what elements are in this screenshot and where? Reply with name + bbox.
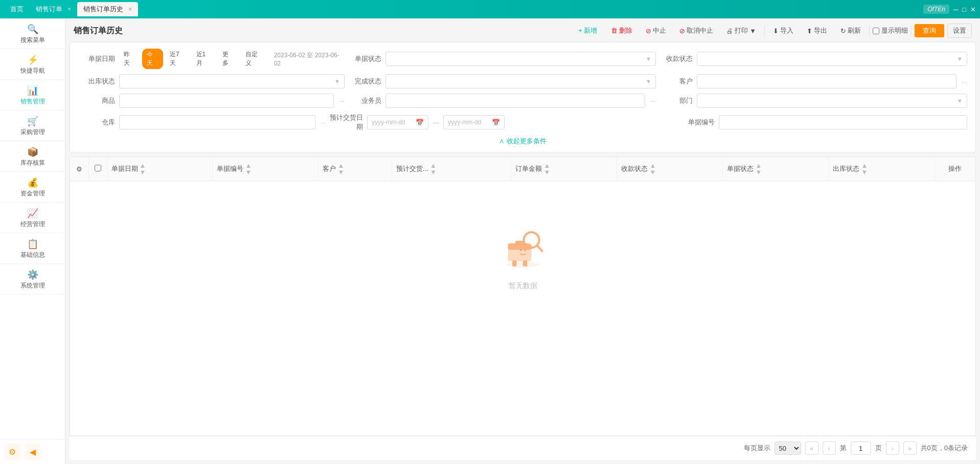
select-all-checkbox[interactable] bbox=[95, 165, 101, 171]
page-input[interactable] bbox=[851, 441, 871, 455]
product-label: 商品 bbox=[78, 96, 119, 105]
date-label: 单据日期 bbox=[78, 54, 119, 63]
purchase-mgmt-icon: 🛒 bbox=[27, 117, 38, 126]
shortcut-yesterday[interactable]: 昨天 bbox=[119, 49, 140, 69]
th-gear[interactable]: ⚙ bbox=[70, 157, 88, 181]
prev-page-btn[interactable]: ‹ bbox=[823, 441, 836, 455]
import-icon: ⬇ bbox=[773, 27, 779, 35]
sidebar-item-search-menu[interactable]: 🔍 搜索菜单 bbox=[0, 18, 65, 49]
collapse-row[interactable]: ∧ 收起更多条件 bbox=[78, 137, 967, 146]
refresh-button[interactable]: ↻ 刷新 bbox=[835, 24, 866, 37]
per-page-select[interactable]: 10 20 50 100 bbox=[774, 441, 801, 455]
often-badge: OfTEn bbox=[923, 5, 949, 14]
th-date[interactable]: 单据日期 ▲▼ bbox=[107, 157, 213, 181]
sidebar-item-purchase-mgmt[interactable]: 🛒 采购管理 bbox=[0, 111, 65, 141]
complete-status-select[interactable]: ▼ bbox=[385, 74, 656, 89]
export-button[interactable]: ⬆ 导出 bbox=[802, 24, 832, 37]
th-no[interactable]: 单据编号 ▲▼ bbox=[213, 157, 318, 181]
th-order-amount[interactable]: 订单金额 ▲▼ bbox=[511, 157, 617, 181]
shortcut-7days[interactable]: 近7天 bbox=[165, 49, 189, 69]
collection-status-control: ▼ bbox=[697, 52, 967, 66]
table-header-row: ⚙ 单据日期 ▲▼ 单据编号 bbox=[70, 157, 975, 181]
salesperson-input[interactable] bbox=[385, 94, 645, 108]
delivery-date-to[interactable]: yyyy-mm-dd 📅 bbox=[443, 115, 505, 129]
th-checkbox[interactable] bbox=[88, 157, 107, 181]
top-bar: 首页 销售订单 × 销售订单历史 × OfTEn ─ □ ✕ bbox=[0, 0, 980, 18]
sidebar-item-sales-mgmt[interactable]: 📊 销售管理 bbox=[0, 80, 65, 111]
tab-sales-order-close[interactable]: × bbox=[67, 6, 71, 13]
tab-sales-order[interactable]: 销售订单 × bbox=[30, 2, 77, 16]
toolbar: + 新增 🗑 删除 ⊘ 中止 ⊘ 取消中止 🖨 打印 ▼ bbox=[573, 24, 972, 38]
sidebar-label-basic-info: 基础信息 bbox=[20, 251, 45, 259]
product-dots[interactable]: ··· bbox=[339, 97, 345, 105]
delivery-status-label: 出库状态 bbox=[78, 77, 119, 86]
content-area: 销售订单历史 + 新增 🗑 删除 ⊘ 中止 ⊘ 取消中止 🖨 bbox=[65, 18, 980, 464]
order-no-input[interactable] bbox=[719, 115, 967, 129]
shortcut-more[interactable]: 更多 bbox=[218, 49, 239, 69]
stop-button[interactable]: ⊘ 中止 bbox=[641, 24, 671, 37]
sidebar-item-quick-nav[interactable]: ⚡ 快捷导航 bbox=[0, 49, 65, 80]
expected-delivery-control: yyyy-mm-dd 📅 — yyyy-mm-dd 📅 bbox=[367, 115, 678, 129]
window-close-btn[interactable]: ✕ bbox=[970, 6, 976, 13]
tab-home-label: 首页 bbox=[10, 5, 24, 14]
sidebar-settings-btn[interactable]: ⚙ bbox=[4, 444, 20, 460]
query-button[interactable]: 查询 bbox=[915, 24, 944, 37]
warehouse-label: 仓库 bbox=[78, 118, 119, 127]
th-order-status-sort: ▲▼ bbox=[755, 162, 762, 175]
shortcut-custom[interactable]: 自定义 bbox=[241, 49, 268, 69]
salesperson-control: ··· bbox=[385, 94, 656, 108]
next-page-btn[interactable]: › bbox=[886, 441, 899, 455]
new-button[interactable]: + 新增 bbox=[573, 24, 602, 37]
delete-button[interactable]: 🗑 删除 bbox=[606, 24, 638, 37]
first-page-btn[interactable]: « bbox=[805, 441, 818, 455]
sidebar-collapse-btn[interactable]: ◀ bbox=[25, 444, 41, 460]
department-select[interactable]: ▼ bbox=[697, 94, 967, 108]
delivery-date-from[interactable]: yyyy-mm-dd 📅 bbox=[367, 115, 428, 129]
tab-home[interactable]: 首页 bbox=[4, 2, 30, 16]
th-delivery-status-label: 出库状态 bbox=[833, 164, 859, 173]
product-input[interactable] bbox=[119, 94, 334, 108]
th-customer[interactable]: 客户 ▲▼ bbox=[318, 157, 392, 181]
cal-icon-to: 📅 bbox=[492, 119, 500, 126]
window-min-btn[interactable]: ─ bbox=[953, 6, 958, 13]
customer-input[interactable] bbox=[697, 74, 956, 89]
empty-text: 暂无数据 bbox=[509, 281, 537, 291]
order-status-select[interactable]: ▼ bbox=[385, 52, 656, 66]
th-order-status[interactable]: 单据状态 ▲▼ bbox=[723, 157, 829, 181]
print-button[interactable]: 🖨 打印 ▼ bbox=[721, 24, 761, 37]
sales-mgmt-icon: 📊 bbox=[27, 86, 38, 95]
last-page-btn[interactable]: » bbox=[903, 441, 917, 455]
sidebar-item-basic-info[interactable]: 📋 基础信息 bbox=[0, 233, 65, 264]
th-expected-delivery[interactable]: 预计交货... ▲▼ bbox=[392, 157, 511, 181]
sidebar-item-operations-mgmt[interactable]: 📈 经营管理 bbox=[0, 203, 65, 233]
shortcut-today[interactable]: 今天 bbox=[142, 49, 163, 69]
svg-rect-3 bbox=[515, 241, 525, 246]
salesperson-dots[interactable]: ··· bbox=[650, 97, 656, 105]
th-delivery-status[interactable]: 出库状态 ▲▼ bbox=[829, 157, 935, 181]
shortcut-1month[interactable]: 近1月 bbox=[192, 49, 216, 69]
settings-button[interactable]: 设置 bbox=[947, 24, 972, 38]
cancel-stop-button[interactable]: ⊘ 取消中止 bbox=[674, 24, 718, 37]
display-cols-checkbox[interactable] bbox=[873, 28, 879, 34]
tab-sales-order-label: 销售订单 bbox=[36, 5, 62, 14]
complete-status-control: ▼ bbox=[385, 74, 656, 89]
tab-sales-order-history[interactable]: 销售订单历史 × bbox=[77, 2, 138, 16]
th-customer-label: 客户 bbox=[323, 164, 336, 173]
collection-status-select[interactable]: ▼ bbox=[697, 52, 967, 66]
department-label: 部门 bbox=[656, 96, 697, 105]
th-order-status-label: 单据状态 bbox=[727, 164, 754, 173]
sidebar-item-system-mgmt[interactable]: ⚙️ 系统管理 bbox=[0, 264, 65, 295]
th-operations-label: 操作 bbox=[948, 165, 962, 172]
display-cols-toggle[interactable]: 显示明细 bbox=[873, 26, 908, 35]
delivery-status-select[interactable]: ▼ bbox=[119, 74, 345, 89]
import-button[interactable]: ⬇ 导入 bbox=[768, 24, 799, 37]
tab-sales-order-history-close[interactable]: × bbox=[128, 6, 132, 13]
th-collection-status[interactable]: 收款状态 ▲▼ bbox=[617, 157, 723, 181]
warehouse-input[interactable] bbox=[119, 115, 315, 129]
customer-dots[interactable]: ··· bbox=[962, 78, 967, 85]
window-max-btn[interactable]: □ bbox=[962, 6, 966, 13]
sidebar-item-inventory-check[interactable]: 📦 库存核算 bbox=[0, 141, 65, 172]
sidebar-item-capital-mgmt[interactable]: 💰 资金管理 bbox=[0, 172, 65, 203]
warehouse-dots[interactable]: ··· bbox=[321, 119, 326, 126]
sidebar-label-operations-mgmt: 经营管理 bbox=[20, 220, 45, 229]
